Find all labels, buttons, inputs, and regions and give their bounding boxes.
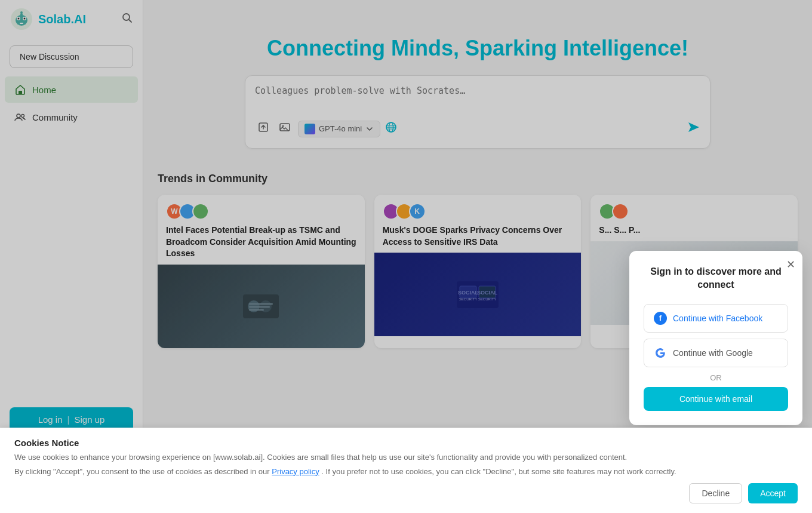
modal-close-button[interactable]: ✕	[786, 258, 795, 271]
or-divider: OR	[644, 373, 788, 382]
cookies-buttons: Decline Accept	[14, 483, 798, 503]
modal-title: Sign in to discover more and connect	[644, 265, 788, 292]
privacy-policy-link[interactable]: Privacy policy	[272, 467, 319, 476]
google-login-button[interactable]: Continue with Google	[644, 339, 788, 367]
google-logo-icon	[654, 346, 667, 360]
accept-button[interactable]: Accept	[748, 483, 798, 503]
cookies-title: Cookies Notice	[14, 438, 798, 448]
facebook-login-button[interactable]: f Continue with Facebook	[644, 304, 788, 333]
cookies-text-suffix: . If you prefer not to use cookies, you …	[321, 467, 676, 476]
cookies-notice: Cookies Notice We use cookies to enhance…	[0, 428, 812, 513]
facebook-button-label: Continue with Facebook	[673, 314, 762, 323]
decline-button[interactable]: Decline	[689, 483, 742, 503]
cookies-text-1: We use cookies to enhance your browsing …	[14, 451, 798, 463]
google-button-label: Continue with Google	[673, 348, 753, 358]
facebook-logo-icon: f	[654, 312, 667, 325]
cookies-text-2: By clicking "Accept", you consent to the…	[14, 466, 798, 478]
email-continue-button[interactable]: Continue with email	[644, 387, 788, 411]
google-g-icon	[655, 348, 666, 358]
signin-modal: ✕ Sign in to discover more and connect f…	[629, 251, 802, 425]
cookies-text-prefix: By clicking "Accept", you consent to the…	[14, 467, 270, 476]
